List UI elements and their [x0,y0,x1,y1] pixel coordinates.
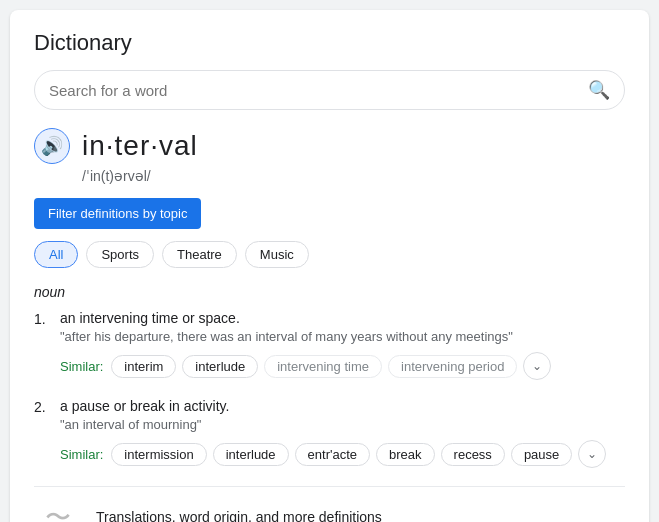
translations-row[interactable]: 〜 Translations, word origin, and more de… [34,486,625,522]
page-title: Dictionary [34,30,625,56]
word-heading: in·ter·val [82,130,198,162]
similar-chip-entracte[interactable]: entr'acte [295,443,370,466]
search-icon[interactable]: 🔍 [588,79,610,101]
chip-music[interactable]: Music [245,241,309,268]
definition-item-2: 2. a pause or break in activity. "an int… [34,398,625,468]
dictionary-card: Dictionary 🔍 🔊 in·ter·val /ˈin(t)ərvəl/ … [10,10,649,522]
similar-row-1: Similar: interim interlude intervening t… [60,352,625,380]
pos-label: noun [34,284,625,300]
definition-item-1: 1. an intervening time or space. "after … [34,310,625,380]
topic-chips: All Sports Theatre Music [34,241,625,268]
def-text-2: a pause or break in activity. [60,398,625,414]
def-example-1: "after his departure, there was an inter… [60,329,625,344]
similar-chip-intervening-period[interactable]: intervening period [388,355,517,378]
translations-text: Translations, word origin, and more defi… [96,509,382,522]
search-input[interactable] [49,82,588,99]
similar-label-2: Similar: [60,447,103,462]
similar-chip-intervening-time[interactable]: intervening time [264,355,382,378]
similar-chip-intermission[interactable]: intermission [111,443,206,466]
similar-label-1: Similar: [60,359,103,374]
search-bar: 🔍 [34,70,625,110]
def-text-1: an intervening time or space. [60,310,625,326]
speaker-button[interactable]: 🔊 [34,128,70,164]
filter-button[interactable]: Filter definitions by topic [34,198,201,229]
similar-row-2: Similar: intermission interlude entr'act… [60,440,625,468]
chip-sports[interactable]: Sports [86,241,154,268]
def-content-2: a pause or break in activity. "an interv… [60,398,625,468]
similar-chip-break[interactable]: break [376,443,435,466]
expand-similar-1[interactable]: ⌄ [523,352,551,380]
similar-chip-interlude-2[interactable]: interlude [213,443,289,466]
def-number-1: 1. [34,311,50,380]
similar-chip-recess[interactable]: recess [441,443,505,466]
definitions-list: 1. an intervening time or space. "after … [34,310,625,468]
phonetic: /ˈin(t)ərvəl/ [82,168,625,184]
def-number-2: 2. [34,399,50,468]
translations-icon: 〜 [34,503,82,522]
def-example-2: "an interval of mourning" [60,417,625,432]
word-section: 🔊 in·ter·val [34,128,625,164]
similar-chip-pause[interactable]: pause [511,443,572,466]
def-content-1: an intervening time or space. "after his… [60,310,625,380]
chip-theatre[interactable]: Theatre [162,241,237,268]
similar-chip-interlude-1[interactable]: interlude [182,355,258,378]
chip-all[interactable]: All [34,241,78,268]
speaker-icon: 🔊 [41,135,63,157]
expand-similar-2[interactable]: ⌄ [578,440,606,468]
similar-chip-interim[interactable]: interim [111,355,176,378]
